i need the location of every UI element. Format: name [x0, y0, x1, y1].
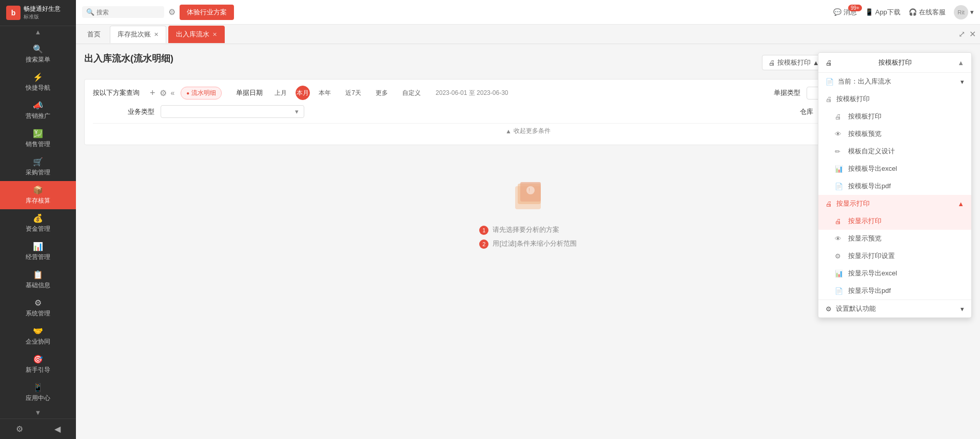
close-all-icon[interactable]: ✕: [969, 29, 976, 39]
search-input[interactable]: [96, 9, 160, 16]
template-section: 🖨 按模板打印 🖨 按模板打印 👁 按模板预览 ✏ 模板自定义设计: [818, 90, 971, 195]
template-export-excel-item[interactable]: 📊 按模板导出excel: [818, 160, 971, 177]
sidebar-item-label: 快捷导航: [26, 84, 50, 92]
print-icon: 🖨: [835, 113, 843, 121]
search-box[interactable]: 🔍: [82, 6, 164, 18]
app-download-button[interactable]: 📱 App下载: [865, 8, 900, 17]
template-icon: 📄: [826, 78, 834, 86]
display-section-header[interactable]: 🖨 按显示打印 ▲: [818, 195, 971, 212]
template-export-pdf-label: 按模板导出pdf: [848, 182, 891, 191]
sidebar-item-basic[interactable]: 📋 基础信息: [0, 266, 76, 294]
operations-icon: 📊: [33, 242, 43, 251]
finance-icon: 💰: [33, 213, 43, 223]
sidebar-item-guide[interactable]: 🎯 新手引导: [0, 350, 76, 378]
chevron-up-icon[interactable]: ▲: [957, 59, 964, 67]
chevron-down-icon: ▾: [961, 305, 964, 313]
print-template-button[interactable]: 🖨 按模板打印 ▲: [762, 55, 826, 70]
date-tag-more[interactable]: 更多: [370, 87, 394, 99]
pdf-icon: 📄: [835, 287, 843, 295]
tab-home[interactable]: 首页: [80, 26, 108, 43]
tab-flow[interactable]: 出入库流水 ✕: [168, 26, 225, 43]
date-tag-this-year[interactable]: 本年: [313, 87, 337, 99]
app-logo: b 畅捷通好生意 标准版: [0, 0, 76, 26]
topbar: 🔍 ⚙ 体验行业方案 💬 消息 99+ 📱 App下载 🎧 在线客服 Rit: [76, 0, 980, 25]
display-export-pdf-item[interactable]: 📄 按显示导出pdf: [818, 282, 971, 300]
message-badge: 99+: [848, 5, 862, 11]
template-preview-label: 按模板预览: [848, 129, 881, 138]
design-icon: ✏: [835, 148, 843, 155]
user-name: Rit: [957, 9, 964, 15]
display-print-settings-item[interactable]: ⚙ 按显示打印设置: [818, 247, 971, 265]
user-avatar[interactable]: Rit ▾: [954, 5, 974, 19]
sidebar-item-label: 应用中心: [26, 394, 50, 403]
date-tag-custom[interactable]: 自定义: [397, 87, 426, 99]
message-button[interactable]: 💬 消息 99+: [833, 8, 857, 17]
tab-flow-close[interactable]: ✕: [212, 31, 217, 38]
display-export-excel-item[interactable]: 📊 按显示导出excel: [818, 265, 971, 282]
template-preview-item[interactable]: 👁 按模板预览: [818, 125, 971, 143]
active-filter-chip[interactable]: ● 流水明细: [181, 87, 222, 99]
sidebar-item-purchase[interactable]: 🛒 采购管理: [0, 153, 76, 181]
dropdown-footer[interactable]: ⚙ 设置默认功能 ▾: [818, 300, 971, 317]
filter-settings-icon[interactable]: ⚙: [160, 88, 167, 98]
excel-icon: 📊: [835, 165, 843, 173]
sidebar-item-finance[interactable]: 💰 资金管理: [0, 209, 76, 237]
date-tag-this-month[interactable]: 本月: [296, 86, 310, 100]
sidebar-item-inventory[interactable]: 📦 库存核算: [0, 181, 76, 209]
add-filter-button[interactable]: +: [150, 88, 155, 98]
online-service-button[interactable]: 🎧 在线客服: [909, 8, 946, 17]
date-tag-7days[interactable]: 近7天: [340, 87, 367, 99]
chevron-up-icon: ▲: [957, 200, 964, 208]
sidebar-bottom: ⚙ ◀: [0, 418, 76, 439]
tab-batch[interactable]: 库存批次账 ✕: [110, 26, 166, 43]
sidebar-item-system[interactable]: ⚙ 系统管理: [0, 294, 76, 322]
trial-button[interactable]: 体验行业方案: [180, 5, 234, 20]
sidebar-scroll-up[interactable]: ▲: [0, 26, 76, 38]
sidebar-item-operations[interactable]: 📊 经营管理: [0, 237, 76, 266]
app-version: 标准版: [24, 13, 61, 21]
template-export-pdf-item[interactable]: 📄 按模板导出pdf: [818, 177, 971, 195]
template-custom-design-item[interactable]: ✏ 模板自定义设计: [818, 143, 971, 160]
sidebar-item-sales[interactable]: 💹 销售管理: [0, 125, 76, 153]
sidebar-item-collab[interactable]: 🤝 企业协同: [0, 322, 76, 350]
template-export-excel-label: 按模板导出excel: [848, 164, 897, 173]
app-download-label: App下载: [875, 8, 900, 17]
sidebar-item-quick-nav[interactable]: ⚡ 快捷导航: [0, 68, 76, 96]
settings-icon[interactable]: ⚙: [16, 424, 23, 434]
sidebar-item-label: 采购管理: [26, 168, 50, 177]
biz-type-select[interactable]: ▾: [161, 105, 304, 118]
display-print-item[interactable]: 🖨 按显示打印: [818, 212, 971, 230]
sidebar-item-label: 系统管理: [26, 309, 50, 318]
sales-icon: 💹: [33, 129, 43, 138]
type-field-label: 单据类型: [774, 88, 800, 97]
app-name: 畅捷通好生意: [24, 5, 61, 13]
tab-home-label: 首页: [87, 30, 101, 39]
chevron-up-icon: ▲: [505, 128, 512, 135]
warehouse-label: 仓库: [800, 107, 813, 116]
maximize-icon[interactable]: ⤢: [958, 29, 965, 39]
sidebar-item-search[interactable]: 🔍 搜索菜单: [0, 40, 76, 68]
marketing-icon: 📣: [33, 101, 43, 110]
display-preview-item[interactable]: 👁 按显示预览: [818, 230, 971, 247]
biz-chevron-down: ▾: [295, 108, 299, 115]
chip-label: 流水明细: [191, 89, 216, 97]
filter-collapse-icon[interactable]: «: [171, 89, 175, 97]
printer-icon: 🖨: [826, 59, 832, 67]
collapse-icon[interactable]: ◀: [54, 424, 61, 434]
template-section-header[interactable]: 🖨 按模板打印: [818, 90, 971, 108]
date-tag-last-month[interactable]: 上月: [269, 87, 292, 99]
empty-step-1: 1 请先选择要分析的方案: [479, 225, 576, 235]
content-area: 出入库流水(流水明细) 🖨 按模板打印 ▲ ↑ 导出 ↺ 刷新 ⋯ 查询: [76, 44, 980, 439]
tab-batch-close[interactable]: ✕: [154, 31, 159, 38]
template-print-item[interactable]: 🖨 按模板打印: [818, 108, 971, 125]
gear-icon[interactable]: ⚙: [168, 7, 175, 17]
settings-icon: ⚙: [835, 252, 843, 260]
sidebar-scroll-down[interactable]: ▼: [0, 407, 76, 418]
collapse-label: 收起更多条件: [514, 127, 551, 135]
sidebar-item-apps[interactable]: 📱 应用中心: [0, 378, 76, 407]
sidebar-item-marketing[interactable]: 📣 营销推广: [0, 96, 76, 125]
headset-icon: 🎧: [909, 8, 917, 16]
step2-label: 用[过滤]条件来缩小分析范围: [493, 239, 576, 248]
current-template-item[interactable]: 📄 当前：出入库流水 ▾: [818, 73, 971, 90]
preview-icon: 👁: [835, 235, 843, 243]
